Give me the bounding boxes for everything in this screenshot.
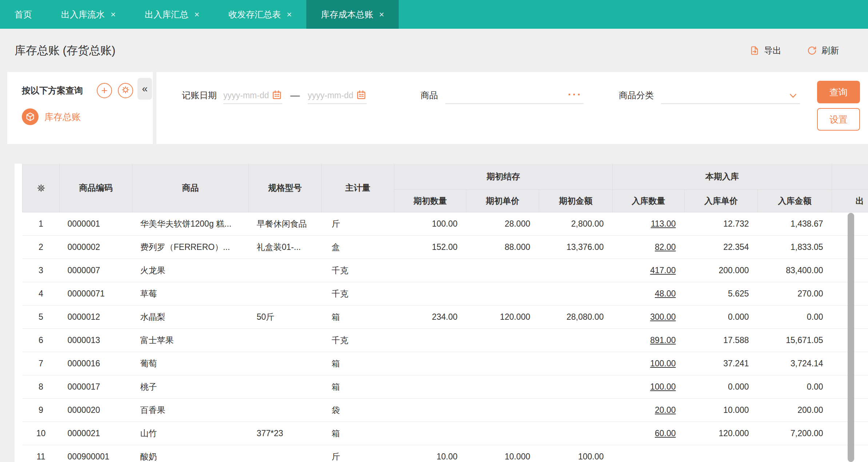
scheme-item-label: 库存总账	[44, 111, 81, 123]
row-index-cell: 9	[23, 399, 60, 422]
title-bar: 库存总账 (存货总账) 导出 刷新	[0, 29, 868, 72]
column-settings-gear-icon[interactable]	[23, 183, 59, 193]
refresh-button[interactable]: 刷新	[807, 45, 839, 56]
close-icon[interactable]: ×	[194, 10, 199, 19]
unit-cell: 箱	[322, 306, 394, 329]
open-qty-cell	[394, 282, 466, 306]
cube-icon	[22, 108, 39, 125]
in-qty-link-cell[interactable]: 100.00	[613, 352, 685, 375]
ellipsis-picker-icon[interactable]: ···	[568, 87, 582, 103]
table-row: 7 0000016 葡萄 箱 100.00 37.241 3,724.14	[23, 352, 868, 375]
in-qty-link-cell[interactable]: 100.00	[613, 375, 685, 399]
calendar-icon[interactable]	[271, 89, 282, 102]
spec-cell	[249, 375, 322, 399]
open-qty-cell: 234.00	[394, 306, 466, 329]
in-qty-link-cell[interactable]	[613, 445, 685, 462]
spec-cell	[249, 282, 322, 306]
calendar-icon[interactable]	[356, 89, 367, 102]
filter-form: 记账日期 —	[156, 72, 868, 144]
tab-inout-flow[interactable]: 出入库流水 ×	[47, 0, 130, 29]
in-qty-link-cell[interactable]: 417.00	[613, 259, 685, 282]
in-qty-link-cell[interactable]: 300.00	[613, 306, 685, 329]
product-input[interactable]	[445, 91, 584, 100]
tab-sendreceive-summary[interactable]: 收发存汇总表 ×	[214, 0, 306, 29]
table-row: 10 0000021 山竹 377*23 箱 60.00 120.000 7,2…	[23, 422, 868, 445]
scheme-panel-title: 按以下方案查询	[22, 85, 83, 96]
in-qty-link-cell[interactable]: 48.00	[613, 282, 685, 306]
gear-icon	[121, 85, 130, 96]
spec-cell	[249, 329, 322, 352]
open-amount-cell	[539, 329, 613, 352]
product-field[interactable]: ···	[445, 87, 584, 104]
in-qty-link-cell[interactable]: 113.00	[613, 212, 685, 236]
col-header-open-qty: 期初数量	[394, 190, 466, 212]
in-qty-link-cell[interactable]: 891.00	[613, 329, 685, 352]
unit-cell: 千克	[322, 329, 394, 352]
table-row: 1 0000001 华美华夫软饼1200g 糕... 早餐休闲食品 斤 100.…	[23, 212, 868, 236]
product-cell: 火龙果	[132, 259, 249, 282]
category-select[interactable]	[661, 87, 800, 104]
page-title: 库存总账 (存货总账)	[15, 43, 115, 58]
close-icon[interactable]: ×	[379, 10, 384, 19]
tab-inout-summary[interactable]: 出入库汇总 ×	[130, 0, 214, 29]
product-cell: 华美华夫软饼1200g 糕...	[132, 212, 249, 236]
in-amount-cell: 200.00	[758, 399, 832, 422]
spec-cell: 礼盒装01-...	[249, 236, 322, 259]
add-scheme-button[interactable]: +	[97, 83, 112, 98]
in-price-cell: 120.000	[685, 422, 758, 445]
close-icon[interactable]: ×	[287, 10, 292, 19]
in-price-cell: 37.241	[685, 352, 758, 375]
open-amount-cell	[539, 259, 613, 282]
category-input[interactable]	[661, 91, 800, 100]
open-qty-cell	[394, 329, 466, 352]
table-row: 3 0000007 火龙果 千克 417.00 200.000 83,400.0…	[23, 259, 868, 282]
group-header-period-inbound: 本期入库	[613, 164, 832, 190]
vertical-scrollbar-thumb[interactable]	[848, 213, 854, 462]
settings-button[interactable]: 设置	[817, 108, 860, 131]
tab-label: 出入库汇总	[145, 9, 188, 20]
open-amount-cell	[539, 282, 613, 306]
in-qty-link-cell[interactable]: 20.00	[613, 399, 685, 422]
export-button[interactable]: 导出	[749, 45, 781, 56]
col-header-in-price: 入库单价	[685, 190, 758, 212]
in-qty-link-cell[interactable]: 60.00	[613, 422, 685, 445]
col-header-product: 商品	[132, 164, 249, 212]
row-index-cell: 8	[23, 375, 60, 399]
product-cell: 酸奶	[132, 445, 249, 462]
search-button[interactable]: 查询	[817, 81, 860, 103]
scheme-item-inventory-ledger[interactable]: 库存总账	[22, 108, 153, 125]
product-cell: 桃子	[132, 375, 249, 399]
in-amount-cell: 270.00	[758, 282, 832, 306]
in-amount-cell: 83,400.00	[758, 259, 832, 282]
spec-cell: 377*23	[249, 422, 322, 445]
in-price-cell: 10.000	[685, 399, 758, 422]
collapse-panel-button[interactable]: «	[138, 78, 152, 100]
tab-home[interactable]: 首页	[0, 0, 47, 29]
tab-inventory-cost-ledger[interactable]: 库存成本总账 ×	[306, 0, 399, 29]
in-price-cell: 12.732	[685, 212, 758, 236]
product-cell: 百香果	[132, 399, 249, 422]
date-filter-label: 记账日期	[182, 87, 217, 103]
col-header-in-amount: 入库金额	[758, 190, 832, 212]
unit-cell: 千克	[322, 282, 394, 306]
date-to-field[interactable]	[308, 87, 367, 104]
date-from-field[interactable]	[223, 87, 282, 104]
product-cell: 水晶梨	[132, 306, 249, 329]
product-cell: 山竹	[132, 422, 249, 445]
scheme-settings-button[interactable]	[118, 83, 133, 98]
code-cell: 0000007	[60, 259, 132, 282]
open-price-cell	[466, 329, 539, 352]
row-index-cell: 4	[23, 282, 60, 306]
in-qty-link-cell[interactable]: 82.00	[613, 236, 685, 259]
open-price-cell	[466, 399, 539, 422]
unit-cell: 箱	[322, 422, 394, 445]
chevron-down-icon[interactable]	[788, 90, 799, 103]
col-header-open-amount: 期初金额	[539, 190, 613, 212]
close-icon[interactable]: ×	[111, 10, 116, 19]
in-price-cell: 22.354	[685, 236, 758, 259]
date-range-separator: —	[290, 87, 300, 103]
query-scheme-panel: 按以下方案查询 + «	[7, 72, 153, 144]
unit-cell: 千克	[322, 259, 394, 282]
open-price-cell: 120.000	[466, 306, 539, 329]
filter-section: 按以下方案查询 + «	[0, 72, 868, 144]
